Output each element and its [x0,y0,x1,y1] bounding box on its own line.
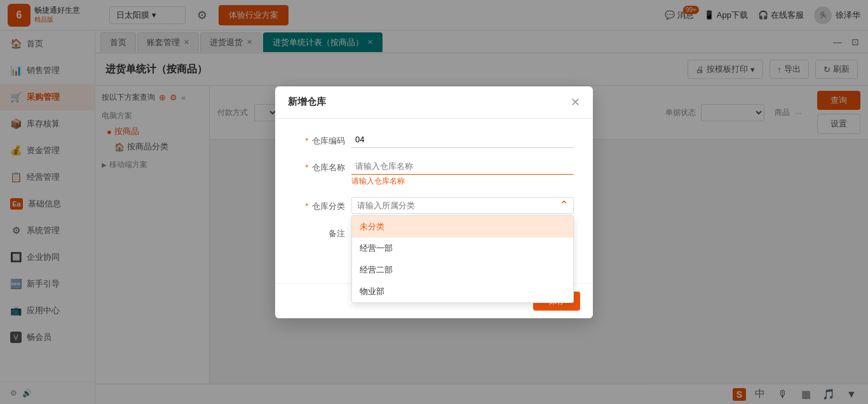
warehouse-name-input[interactable] [351,158,574,175]
add-warehouse-modal: 新增仓库 ✕ * 仓库编码 * 仓库名称 [275,86,593,318]
category-dropdown-arrow[interactable]: ⌃ [559,198,569,212]
name-error-message: 请输入仓库名称 [351,176,574,187]
category-input[interactable] [351,197,574,214]
dropdown-item-dept1[interactable]: 经营一部 [352,238,573,259]
warehouse-code-input[interactable] [351,131,574,148]
modal-overlay: 新增仓库 ✕ * 仓库编码 * 仓库名称 [0,0,868,404]
dropdown-item-uncategorized[interactable]: 未分类 [352,216,573,238]
code-field-label: 仓库编码 [312,136,345,145]
dropdown-item-property[interactable]: 物业部 [352,281,573,302]
name-form-row: * 仓库名称 请输入仓库名称 [294,158,574,187]
category-form-row: * 仓库分类 ⌃ 未分类 经营一部 经营二部 物业部 [294,197,574,214]
dropdown-item-dept2[interactable]: 经营二部 [352,259,573,281]
category-dropdown: 未分类 经营一部 经营二部 物业部 [351,215,574,303]
name-field-label: 仓库名称 [312,163,345,172]
note-field-label: 备注 [329,229,345,238]
modal-body: * 仓库编码 * 仓库名称 请输入仓库名称 [275,119,593,283]
category-field-label: 仓库分类 [312,201,345,211]
modal-title: 新增仓库 [288,96,326,108]
modal-close-button[interactable]: ✕ [571,95,580,109]
modal-header: 新增仓库 ✕ [275,86,593,119]
code-form-row: * 仓库编码 [294,131,574,148]
